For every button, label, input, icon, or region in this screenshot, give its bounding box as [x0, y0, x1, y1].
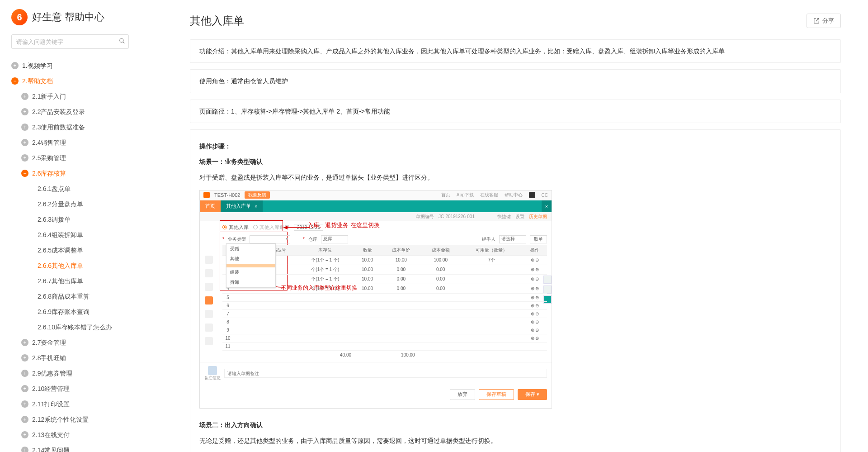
nav-2-6-4[interactable]: 2.6.4组装拆卸单 [11, 227, 129, 243]
nav-2-4[interactable]: 2.4销售管理 [11, 135, 129, 150]
brand-header: 6 好生意 帮助中心 [11, 9, 129, 25]
nav-label: 2.3使用前数据准备 [32, 119, 85, 135]
nav-2-9[interactable]: 2.9优惠券管理 [11, 366, 129, 381]
expand-icon [21, 339, 28, 346]
op-input: 请选择 [499, 235, 526, 243]
nav-2-8[interactable]: 2.8手机旺铺 [11, 350, 129, 366]
nav-2-10[interactable]: 2.10经营管理 [11, 381, 129, 396]
svg-line-1 [123, 42, 125, 43]
th-price: 成本单价 [382, 245, 421, 256]
nav-label: 2.6.7其他出库单 [38, 273, 83, 289]
nav-2-11[interactable]: 2.11打印设置 [11, 396, 129, 412]
nav-2-6-2[interactable]: 2.6.2分量盘点单 [11, 196, 129, 212]
nav-2-6-10[interactable]: 2.6.10库存账本错了怎么办 [11, 319, 129, 335]
intro-text: 其他入库单用来处理除采购入库、产成品入库之外的其他入库业务，因此其他入库单可处理… [231, 48, 725, 55]
nav-2-7[interactable]: 2.7资金管理 [11, 335, 129, 350]
nav-2-6-3[interactable]: 2.6.3调拨单 [11, 212, 129, 227]
note-label: 备注信息 [204, 375, 221, 381]
embedded-screenshot: TEST-H002 我要反馈 首页 App下载 在线客服 帮助中心 CC 首页 … [199, 190, 552, 409]
nav-2-6[interactable]: 2.6库存核算 [11, 166, 129, 181]
discard-button: 放弃 [450, 389, 475, 400]
wh-label: 仓库 [308, 236, 317, 243]
role-box: 使用角色：通常由仓管人员维护 [190, 69, 841, 93]
nav-2-5[interactable]: 2.5采购管理 [11, 150, 129, 166]
expand-icon [21, 447, 28, 452]
doc-no: JC-20191226-001 [439, 214, 475, 219]
shot-type-bar: 其他入库 其他入库退库 2019-12-26 入库、退货业务 在这里切换 [200, 221, 552, 233]
pick-btn: 取单 [530, 235, 547, 243]
nav-2-14[interactable]: 2.14常见问题 [11, 442, 129, 452]
path-text: 1、库存核算->库存管理->其他入库单 2、首页->常用功能 [231, 108, 390, 115]
collapse-icon [11, 77, 19, 85]
nav-2-2[interactable]: 2.2产品安装及登录 [11, 104, 129, 119]
nav-docs[interactable]: 2.帮助文档 [11, 73, 129, 89]
nav-2-3[interactable]: 2.3使用前数据准备 [11, 119, 129, 135]
search-input[interactable] [11, 34, 129, 49]
radio-dot-icon [253, 225, 258, 229]
nav-tree: 1.视频学习 2.帮助文档 2.1新手入门 2.2产品安装及登录 2.3使用前数… [11, 58, 129, 452]
radio-return: 其他入库退库 [253, 224, 289, 231]
nav-label: 2.5采购管理 [32, 150, 66, 166]
th-inv: 可用量（批量） [460, 245, 523, 256]
nav-label: 2.6.4组装拆卸单 [38, 227, 83, 243]
expand-icon [21, 108, 28, 115]
nav-label: 2.6.5成本调整单 [38, 243, 83, 258]
annotation-text: 入库、退货业务 在这里切换 [307, 221, 380, 229]
expand-icon [21, 400, 28, 408]
nav-2-6-9[interactable]: 2.6.9库存账本查询 [11, 304, 129, 319]
nav-2-6-6[interactable]: 2.6.6其他入库单 [11, 258, 129, 273]
nav-label: 2.1新手入门 [32, 89, 66, 104]
nav-label: 2.12系统个性化设置 [32, 412, 89, 427]
radio-inbound: 其他入库 [222, 224, 249, 231]
share-button[interactable]: 分享 [807, 14, 841, 28]
scene2-text1: 无论是受赠，还是其他类型的业务，由于入库商品质量等原因，需要退回，这时可通过单据… [199, 435, 831, 447]
nav-2-1[interactable]: 2.1新手入门 [11, 89, 129, 104]
tab-label: 其他入库单 [226, 203, 251, 209]
search-wrap [11, 34, 129, 49]
nav-2-6-7[interactable]: 2.6.7其他出库单 [11, 273, 129, 289]
search-icon[interactable] [119, 38, 125, 46]
expand-icon [21, 139, 28, 146]
dp-item: 其他 [226, 254, 275, 264]
nav-2-6-8[interactable]: 2.6.8商品成本重算 [11, 289, 129, 304]
path-label: 页面路径： [199, 108, 231, 115]
role-text: 通常由仓管人员维护 [231, 77, 288, 85]
table-row: 5⊕ ⊖ [222, 293, 547, 301]
table-row: 9⊕ ⊖ [222, 326, 547, 334]
nav-label: 2.6.3调拨单 [38, 212, 71, 227]
top-app: App下载 [457, 192, 474, 198]
nav-label: 2.6.1盘点单 [38, 181, 71, 196]
draft-button: 保存草稿 [479, 389, 514, 400]
nav-label: 2.14常见问题 [32, 442, 70, 452]
scene1-text: 对于受赠、盘盈或是拆装入库等不同的业务，是通过单据头【业务类型】进行区分。 [199, 172, 831, 183]
table-row: 8⊕ ⊖ [222, 318, 547, 326]
action-row: 放弃 保存草稿 保存 ▾ [200, 385, 552, 404]
share-label: 分享 [822, 17, 834, 25]
feedback-pill: 我要反馈 [245, 191, 270, 199]
nav-label: 2.6库存核算 [32, 166, 66, 181]
expand-icon [11, 62, 19, 69]
top-chat: 在线客服 [480, 192, 498, 198]
tool-shortcut: 快捷键 [497, 214, 511, 220]
type-dropdown: 受赠 其他 组装 拆卸 [226, 243, 276, 288]
nav-2-12[interactable]: 2.12系统个性化设置 [11, 412, 129, 427]
main-content: 其他入库单 分享 功能介绍：其他入库单用来处理除采购入库、产成品入库之外的其他入… [140, 0, 868, 452]
th-qty: 数量 [353, 245, 381, 256]
nav-label: 2.9优惠券管理 [32, 366, 72, 381]
close-all-icon: × [542, 200, 552, 212]
wh-input: 总库 [321, 235, 348, 243]
th-unit: 库存位 [297, 245, 353, 256]
expand-icon [21, 93, 28, 100]
note-row: 备注信息 [200, 362, 552, 385]
nav-2-6-1[interactable]: 2.6.1盘点单 [11, 181, 129, 196]
avatar-icon [529, 192, 535, 198]
nav-2-13[interactable]: 2.13在线支付 [11, 427, 129, 442]
nav-2-6-5[interactable]: 2.6.5成本调整单 [11, 243, 129, 258]
page-title: 其他入库单 [190, 14, 244, 28]
top-user: CC [542, 193, 548, 198]
nav-label: 2.13在线支付 [32, 427, 70, 442]
nav-video[interactable]: 1.视频学习 [11, 58, 129, 73]
path-box: 页面路径：1、库存核算->库存管理->其他入库单 2、首页->常用功能 [190, 100, 841, 123]
table-row: 11 [222, 342, 547, 350]
note-icon [208, 366, 217, 375]
